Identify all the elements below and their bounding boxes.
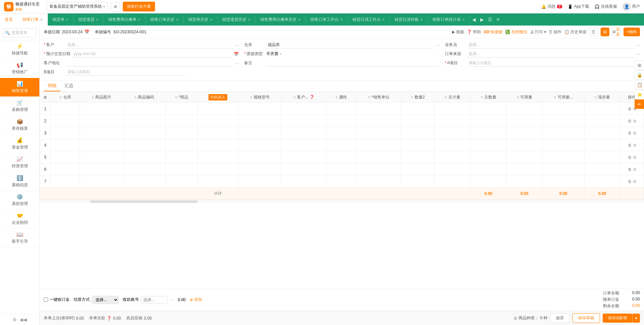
save-new-dropdown-button[interactable]: ▾ [632, 314, 640, 323]
tab-return-history[interactable]: 销货退货历史 ✕ [218, 13, 256, 26]
sidebar-item-basic-info[interactable]: ℹ️ 基础信息 [0, 172, 39, 191]
profit-button[interactable]: 💹 毛利预估 [505, 29, 527, 35]
tab-order-stats[interactable]: 销售订单统计表 ✕ [428, 13, 470, 26]
tab-summary[interactable]: 汇总 [61, 81, 77, 91]
help-button[interactable]: ❓ 帮助 [467, 29, 481, 35]
sidebar-item-guide[interactable]: 📖 新手引导 [0, 229, 39, 247]
tab-home[interactable]: 首页 [0, 13, 18, 26]
sidebar-item-inventory[interactable]: 📦 库存核算 [0, 116, 39, 134]
tab-menu-button[interactable]: ☰ [486, 13, 494, 26]
scan-button[interactable]: 扫码录入 [209, 94, 227, 100]
discard-button[interactable]: 放弃 [550, 313, 570, 323]
tab-close-icon[interactable]: ✕ [420, 18, 423, 22]
gear-button[interactable]: ⚙ [111, 2, 120, 11]
shortcut-button[interactable]: ⌨ 快捷键 [484, 29, 502, 35]
salesperson-more-icon[interactable]: ··· [636, 42, 640, 48]
sidebar-item-sales[interactable]: 📊 销售管理 [0, 78, 39, 97]
row-delete-icon[interactable]: 🗑 [628, 167, 632, 172]
notes-input[interactable] [266, 59, 439, 67]
tab-next-button[interactable]: ▶ [478, 13, 486, 26]
tab-close-icon[interactable]: ✕ [210, 18, 213, 22]
notification-bell[interactable]: 🔔 消息 9 [541, 4, 562, 9]
add-payment-button[interactable]: ⊕ 添加 [190, 297, 202, 302]
sidebar-collapse-icon[interactable]: ◀◀ [20, 317, 27, 322]
row-copy-icon[interactable]: ⧉ [633, 155, 636, 160]
tab-detail[interactable]: 明细 [44, 81, 61, 91]
industry-button[interactable]: 体验行业方案 [123, 2, 155, 11]
user-menu[interactable]: 👤 用户 [622, 3, 640, 11]
save-draft-button[interactable]: 保存草稿 [572, 313, 600, 323]
operation-button[interactable]: ☰ 操作 [549, 29, 562, 35]
tab-sales-order[interactable]: 销售订单 ✕ [18, 13, 48, 26]
row-copy-icon[interactable]: ⧉ [633, 143, 636, 148]
warehouse-more-icon[interactable]: ··· [435, 42, 440, 48]
customer-address-input[interactable] [66, 59, 233, 67]
tab-invoice-history[interactable]: 销货单历史 ✕ [184, 13, 218, 26]
tab-close-icon[interactable]: ✕ [176, 18, 179, 22]
order-source-input[interactable] [467, 50, 634, 57]
row-delete-icon[interactable]: 🗑 [628, 107, 632, 111]
tab-close-icon[interactable]: ✕ [40, 18, 43, 22]
tab-sales-return[interactable]: 销货退货 ✕ [74, 13, 104, 26]
customer-input[interactable] [66, 41, 233, 48]
customer-more-icon[interactable]: ··· [235, 42, 239, 48]
quick-deposit-checkbox[interactable] [44, 297, 48, 302]
calendar-icon[interactable]: 📅 [84, 30, 89, 34]
delivery-date-calendar-icon[interactable]: 📅 [234, 52, 239, 56]
horizontal-scrollbar[interactable] [40, 200, 644, 203]
print-button[interactable]: 🖨 打印 ▾ [530, 29, 546, 35]
tab-order-history[interactable]: 销售订单历史 ✕ [146, 13, 184, 26]
customer-address-more-icon[interactable]: ··· [235, 60, 239, 66]
tab-order-workbench[interactable]: 销售订单工作台 ✕ [306, 13, 348, 26]
layout-list-button[interactable]: ☰ [589, 28, 598, 36]
sidebar-search-input[interactable]: 🔍 搜索菜单 [3, 28, 37, 37]
tab-close-icon[interactable]: ✕ [340, 18, 343, 22]
salesperson-input[interactable] [467, 41, 634, 48]
tab-close-icon[interactable]: ✕ [462, 18, 465, 22]
sidebar-item-marketing[interactable]: 📢 营销推广 [0, 59, 39, 78]
sidebar-item-quick-nav[interactable]: ⚡ 快捷导航 [0, 40, 39, 59]
delivery-date-input[interactable] [72, 50, 232, 57]
online-service-link[interactable]: 🎧 在线客服 [595, 4, 617, 9]
row-delete-icon[interactable]: 🗑 [628, 179, 632, 184]
a-project-input[interactable] [467, 59, 640, 67]
row-delete-icon[interactable]: 🗑 [628, 155, 632, 160]
tab-close-all-button[interactable]: ✕ [494, 13, 502, 26]
row-delete-icon[interactable]: 🗑 [628, 119, 632, 123]
order-source-more-icon[interactable]: ··· [636, 51, 640, 57]
layout-grid-button[interactable]: ⊞ [601, 28, 609, 36]
scrollbar-thumb[interactable] [90, 200, 198, 203]
payment-method-select[interactable]: 选择... [92, 296, 119, 304]
invoice-type-dropdown-icon[interactable]: ▾ [280, 52, 281, 56]
sidebar-item-operations[interactable]: 📈 经营管理 [0, 153, 39, 172]
app-download-link[interactable]: 📱 App下载 [568, 4, 589, 9]
settings-button[interactable]: ⚙ 设置 [612, 28, 621, 36]
tab-close-icon[interactable]: ✕ [382, 18, 385, 22]
tab-sales-expense[interactable]: 销售费用分摊单 ✕ [104, 13, 146, 26]
right-float-btn-4[interactable]: ⭐ [635, 90, 644, 99]
right-float-btn-1[interactable]: ⊞ [635, 60, 644, 70]
tab-close-icon[interactable]: ✕ [96, 18, 99, 22]
row-copy-icon[interactable]: ⧉ [633, 131, 636, 135]
tab-expense-history[interactable]: 销售费用分摊单历史 ✕ [256, 13, 306, 26]
system-selector[interactable]: 装备及固定资产辅助管理系统 ▾ [46, 2, 108, 11]
row-delete-icon[interactable]: 🗑 [628, 131, 632, 135]
b-project-input[interactable] [66, 69, 185, 76]
sidebar-settings-icon[interactable]: ⚙ [12, 317, 17, 322]
row-copy-icon[interactable]: ⧉ [633, 179, 636, 184]
save-new-button[interactable]: 保存&新增 [603, 314, 632, 323]
th-settings[interactable]: ⚙ [40, 92, 51, 103]
right-float-btn-2[interactable]: 🔒 [635, 70, 644, 80]
add-material-button[interactable]: +物料 [623, 28, 640, 36]
th-scan[interactable]: 扫码录入 [197, 92, 238, 103]
account-more-icon[interactable]: ··· [170, 297, 174, 302]
right-float-btn-5[interactable]: ✏ [635, 99, 644, 109]
tab-prev-button[interactable]: ◀ [470, 13, 478, 26]
tab-close-icon[interactable]: ✕ [138, 18, 141, 22]
sidebar-item-system[interactable]: ⚙️ 系统管理 [0, 191, 39, 210]
row-delete-icon[interactable]: 🗑 [628, 143, 632, 148]
sidebar-item-finance[interactable]: 💰 资金管理 [0, 134, 39, 153]
tab-daily-reconcile[interactable]: 钱货日清对账 ✕ [390, 13, 428, 26]
row-copy-icon[interactable]: ⧉ [633, 167, 636, 172]
tab-close-icon[interactable]: ✕ [298, 18, 301, 22]
